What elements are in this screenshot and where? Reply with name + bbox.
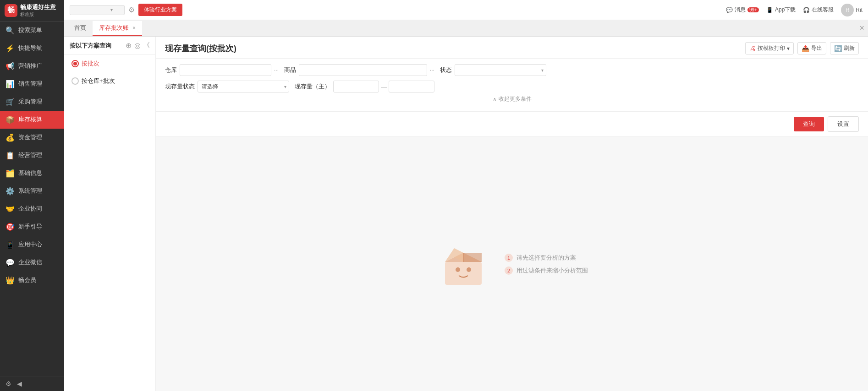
sidebar-item-label: 应用中心 bbox=[18, 240, 42, 249]
warehouse-input[interactable] bbox=[180, 64, 271, 76]
sidebar-item-quick-nav[interactable]: ⚡ 快捷导航 bbox=[0, 39, 64, 57]
collapse-sidebar-icon[interactable]: ◀ bbox=[17, 380, 22, 387]
page-body: 按以下方案查询 ⊕ ◎ 《 按批次 按仓库+批次 bbox=[64, 37, 868, 391]
sidebar-item-wechat[interactable]: 💬 企业微信 bbox=[0, 254, 64, 272]
sidebar-item-label: 基础信息 bbox=[18, 169, 42, 177]
sidebar-item-operations[interactable]: 📋 经营管理 bbox=[0, 147, 64, 164]
scheme-dot-empty bbox=[71, 77, 79, 85]
topbar-search-wrap: ▾ bbox=[70, 5, 125, 15]
sidebar-item-label: 采购管理 bbox=[18, 98, 42, 106]
add-scheme-icon[interactable]: ⊕ bbox=[126, 41, 132, 50]
experience-button[interactable]: 体验行业方案 bbox=[138, 4, 182, 16]
scheme-item-by-warehouse-batch[interactable]: 按仓库+批次 bbox=[64, 72, 155, 90]
sidebar-item-label: 企业协同 bbox=[18, 205, 42, 213]
brand-name: 畅康通好生意 bbox=[20, 4, 56, 11]
online-service-icon: 🎧 bbox=[803, 7, 810, 13]
sidebar-item-inventory[interactable]: 📦 库存核算 bbox=[0, 111, 64, 129]
collapse-left-icon[interactable]: 《 bbox=[143, 41, 150, 50]
tabs-close-all-icon[interactable]: × bbox=[859, 23, 864, 33]
content-area: 首页 库存批次账 × × 按以下方案查询 ⊕ ◎ 《 bbox=[64, 20, 868, 391]
left-panel-header: 按以下方案查询 ⊕ ◎ 《 bbox=[64, 37, 155, 55]
system-icon: ⚙️ bbox=[5, 187, 15, 196]
export-icon: 📤 bbox=[802, 45, 809, 52]
print-label: 按模板打印 bbox=[758, 44, 785, 52]
page-header-actions: 🖨 按模板打印 ▾ 📤 导出 🔄 刷新 bbox=[745, 42, 859, 54]
stock-qty-min-input[interactable] bbox=[333, 81, 379, 92]
settings-button[interactable]: 设置 bbox=[828, 116, 859, 132]
export-button[interactable]: 📤 导出 bbox=[797, 42, 826, 54]
online-service-label: 在线客服 bbox=[812, 6, 834, 14]
sidebar-item-system[interactable]: ⚙️ 系统管理 bbox=[0, 182, 64, 200]
filter-product: 商品 ··· bbox=[284, 64, 434, 76]
stock-qty-max-input[interactable] bbox=[389, 81, 434, 92]
topbar-search-input[interactable] bbox=[74, 7, 110, 13]
member-icon: 👑 bbox=[5, 276, 15, 285]
page-title: 现存量查询(按批次) bbox=[165, 43, 236, 54]
product-input[interactable] bbox=[299, 64, 427, 76]
refresh-button[interactable]: 🔄 刷新 bbox=[830, 42, 859, 54]
scheme-dot-inner bbox=[73, 62, 77, 65]
finance-icon: 💰 bbox=[5, 133, 15, 142]
user-group[interactable]: R Rit bbox=[841, 4, 863, 16]
tab-close-icon[interactable]: × bbox=[132, 25, 136, 31]
sidebar: 畅 畅康通好生意 标准版 🔍 搜索菜单 ⚡ 快捷导航 📢 营销推广 📊 销售管理… bbox=[0, 0, 64, 391]
stock-status-select[interactable]: 请选择 bbox=[198, 81, 289, 92]
sidebar-item-marketing[interactable]: 📢 营销推广 bbox=[0, 57, 64, 75]
search-icon: 🔍 bbox=[5, 26, 15, 35]
tip-number-2: 2 bbox=[505, 266, 513, 275]
collapse-up-icon: ∧ bbox=[493, 96, 497, 103]
username: Rit bbox=[856, 7, 863, 13]
app-download-group[interactable]: 📱 App下载 bbox=[766, 6, 796, 14]
empty-icon bbox=[436, 237, 491, 292]
sidebar-bottom: ⚙ ◀ bbox=[0, 376, 64, 391]
marketing-icon: 📢 bbox=[5, 62, 15, 71]
message-label: 消息 bbox=[735, 6, 746, 14]
print-template-button[interactable]: 🖨 按模板打印 ▾ bbox=[745, 42, 794, 54]
collapse-label: 收起更多条件 bbox=[499, 95, 532, 103]
left-panel: 按以下方案查询 ⊕ ◎ 《 按批次 按仓库+批次 bbox=[64, 37, 156, 391]
export-label: 导出 bbox=[811, 44, 822, 52]
stock-status-label: 现存量状态 bbox=[165, 82, 195, 91]
warehouse-more-icon[interactable]: ··· bbox=[274, 67, 279, 73]
filter-row-1: 仓库 ··· 商品 ··· 状态 bbox=[165, 64, 859, 76]
tip-text-2: 用过滤条件来缩小分析范围 bbox=[516, 266, 588, 275]
sidebar-item-newbie[interactable]: 🎯 新手引导 bbox=[0, 218, 64, 236]
print-icon: 🖨 bbox=[749, 45, 756, 52]
topbar-gear-icon[interactable]: ⚙ bbox=[128, 5, 135, 14]
empty-tip-1: 1 请先选择要分析的方案 bbox=[505, 254, 588, 262]
inventory-icon: 📦 bbox=[5, 115, 15, 124]
sidebar-item-search[interactable]: 🔍 搜索菜单 bbox=[0, 22, 64, 39]
message-group[interactable]: 💬 消息 99+ bbox=[726, 6, 759, 14]
sidebar-item-finance[interactable]: 💰 资金管理 bbox=[0, 129, 64, 147]
scheme-item-by-batch[interactable]: 按批次 bbox=[64, 55, 155, 72]
filter-area: 仓库 ··· 商品 ··· 状态 bbox=[156, 59, 868, 112]
collapse-conditions-btn[interactable]: ∧ 收起更多条件 bbox=[165, 92, 859, 106]
empty-state: 1 请先选择要分析的方案 2 用过滤条件来缩小分析范围 bbox=[156, 137, 868, 391]
scheme-item-label: 按批次 bbox=[82, 60, 99, 68]
sidebar-item-basic[interactable]: 🗂️ 基础信息 bbox=[0, 164, 64, 182]
status-select[interactable] bbox=[455, 64, 546, 76]
sidebar-item-app-center[interactable]: 📱 应用中心 bbox=[0, 236, 64, 254]
wechat-icon: 💬 bbox=[5, 258, 15, 267]
scheme-settings-icon[interactable]: ◎ bbox=[134, 41, 141, 50]
settings-bottom-icon[interactable]: ⚙ bbox=[5, 380, 11, 387]
action-bar: 查询 设置 bbox=[156, 112, 868, 137]
svg-marker-2 bbox=[463, 253, 482, 262]
app-download-icon: 📱 bbox=[766, 7, 773, 13]
tab-batch-account[interactable]: 库存批次账 × bbox=[93, 21, 142, 36]
sidebar-item-purchase[interactable]: 🛒 采购管理 bbox=[0, 93, 64, 111]
sidebar-item-enterprise[interactable]: 🤝 企业协同 bbox=[0, 200, 64, 218]
product-more-icon[interactable]: ··· bbox=[430, 67, 434, 73]
app-center-icon: 📱 bbox=[5, 240, 15, 249]
topbar-dropdown-icon[interactable]: ▾ bbox=[110, 7, 113, 12]
online-service-group[interactable]: 🎧 在线客服 bbox=[803, 6, 834, 14]
tab-home[interactable]: 首页 bbox=[68, 21, 93, 36]
warehouse-label: 仓库 bbox=[165, 66, 177, 74]
message-badge: 99+ bbox=[747, 7, 759, 12]
query-button[interactable]: 查询 bbox=[794, 117, 824, 131]
sidebar-item-member[interactable]: 👑 畅会员 bbox=[0, 272, 64, 289]
topbar: ▾ ⚙ 体验行业方案 💬 消息 99+ 📱 App下载 🎧 在线客服 R bbox=[64, 0, 868, 20]
sidebar-item-sales[interactable]: 📊 销售管理 bbox=[0, 75, 64, 93]
filter-status: 状态 ▾ bbox=[440, 64, 546, 76]
filter-stock-status: 现存量状态 请选择 ▾ bbox=[165, 81, 289, 92]
